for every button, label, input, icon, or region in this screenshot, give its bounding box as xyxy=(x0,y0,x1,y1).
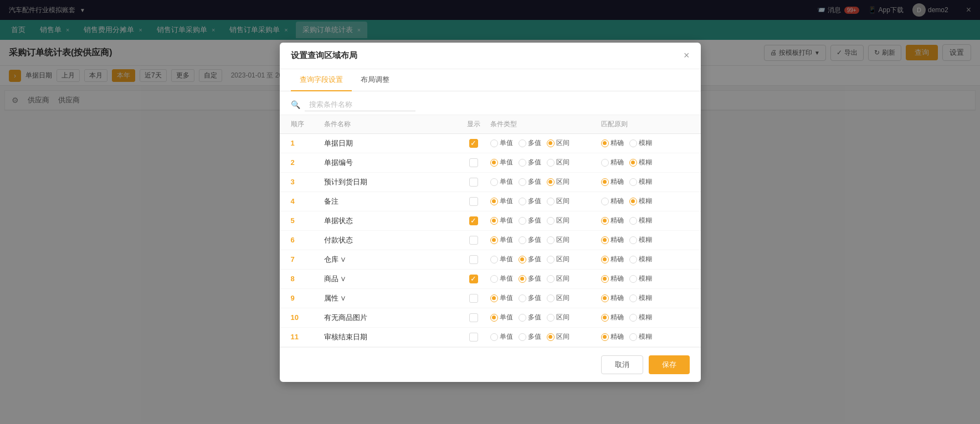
condition-type-1: 单值多值区间 xyxy=(490,138,601,148)
type-option-单值[interactable]: 单值 xyxy=(490,274,513,283)
match-option-模糊[interactable]: 模糊 xyxy=(629,332,652,342)
condition-match-5: 精确模糊 xyxy=(601,216,690,225)
type-option-多值[interactable]: 多值 xyxy=(519,313,541,322)
type-option-单值[interactable]: 单值 xyxy=(490,158,513,167)
type-option-多值[interactable]: 多值 xyxy=(519,255,541,264)
checkbox-display-10[interactable] xyxy=(469,313,478,322)
condition-display-10[interactable] xyxy=(457,313,490,322)
type-option-区间[interactable]: 区间 xyxy=(547,235,569,245)
type-option-区间[interactable]: 区间 xyxy=(547,177,569,187)
condition-order-5: 5 xyxy=(291,216,324,225)
checkbox-display-4[interactable] xyxy=(469,197,478,206)
condition-display-3[interactable] xyxy=(457,178,490,187)
condition-display-8[interactable]: ✓ xyxy=(457,275,490,283)
type-option-多值[interactable]: 多值 xyxy=(519,138,541,148)
dialog-tab-layout[interactable]: 布局调整 xyxy=(352,69,398,91)
match-option-精确[interactable]: 精确 xyxy=(601,313,624,322)
match-option-模糊[interactable]: 模糊 xyxy=(629,216,652,225)
condition-display-11[interactable] xyxy=(457,333,490,342)
dialog-close-button[interactable]: × xyxy=(684,50,690,60)
checkbox-display-5[interactable]: ✓ xyxy=(469,216,478,225)
checkbox-display-9[interactable] xyxy=(469,294,478,303)
type-option-区间[interactable]: 区间 xyxy=(547,158,569,167)
match-option-模糊[interactable]: 模糊 xyxy=(629,293,652,303)
condition-display-7[interactable] xyxy=(457,255,490,264)
type-option-多值[interactable]: 多值 xyxy=(519,235,541,245)
save-button[interactable]: 保存 xyxy=(649,355,690,374)
dialog-search-area: 🔍 xyxy=(280,91,701,115)
type-option-单值[interactable]: 单值 xyxy=(490,216,513,225)
match-option-精确[interactable]: 精确 xyxy=(601,274,624,283)
match-option-精确[interactable]: 精确 xyxy=(601,158,624,167)
condition-name-3: 预计到货日期 xyxy=(324,177,457,187)
checkbox-display-2[interactable] xyxy=(469,158,478,167)
condition-match-2: 精确模糊 xyxy=(601,158,690,167)
checkbox-display-3[interactable] xyxy=(469,178,478,187)
type-option-区间[interactable]: 区间 xyxy=(547,138,569,148)
cancel-button[interactable]: 取消 xyxy=(601,355,643,374)
match-option-模糊[interactable]: 模糊 xyxy=(629,255,652,264)
match-option-精确[interactable]: 精确 xyxy=(601,177,624,187)
search-input[interactable] xyxy=(305,98,415,111)
type-option-多值[interactable]: 多值 xyxy=(519,158,541,167)
type-option-区间[interactable]: 区间 xyxy=(547,274,569,283)
checkbox-display-11[interactable] xyxy=(469,333,478,342)
condition-display-1[interactable]: ✓ xyxy=(457,139,490,148)
type-option-单值[interactable]: 单值 xyxy=(490,235,513,245)
type-option-区间[interactable]: 区间 xyxy=(547,216,569,225)
match-option-精确[interactable]: 精确 xyxy=(601,197,624,206)
checkbox-display-1[interactable]: ✓ xyxy=(469,139,478,148)
match-option-模糊[interactable]: 模糊 xyxy=(629,177,652,187)
radio-circle-type-多值 xyxy=(519,198,526,205)
type-option-区间[interactable]: 区间 xyxy=(547,197,569,206)
type-option-单值[interactable]: 单值 xyxy=(490,197,513,206)
match-option-精确[interactable]: 精确 xyxy=(601,138,624,148)
type-option-单值[interactable]: 单值 xyxy=(490,255,513,264)
condition-match-3: 精确模糊 xyxy=(601,177,690,187)
match-option-模糊[interactable]: 模糊 xyxy=(629,235,652,245)
match-option-模糊[interactable]: 模糊 xyxy=(629,197,652,206)
match-option-模糊[interactable]: 模糊 xyxy=(629,158,652,167)
radio-circle-type-区间 xyxy=(547,275,555,283)
match-option-精确[interactable]: 精确 xyxy=(601,216,624,225)
condition-display-2[interactable] xyxy=(457,158,490,167)
type-option-单值[interactable]: 单值 xyxy=(490,177,513,187)
type-option-单值[interactable]: 单值 xyxy=(490,313,513,322)
type-option-多值[interactable]: 多值 xyxy=(519,274,541,283)
match-option-精确[interactable]: 精确 xyxy=(601,332,624,342)
match-option-模糊[interactable]: 模糊 xyxy=(629,313,652,322)
radio-circle-type-多值 xyxy=(519,333,526,341)
type-option-单值[interactable]: 单值 xyxy=(490,332,513,342)
condition-display-9[interactable] xyxy=(457,294,490,303)
type-option-区间[interactable]: 区间 xyxy=(547,313,569,322)
type-option-多值[interactable]: 多值 xyxy=(519,197,541,206)
type-option-多值[interactable]: 多值 xyxy=(519,177,541,187)
condition-display-6[interactable] xyxy=(457,236,490,245)
type-option-多值[interactable]: 多值 xyxy=(519,216,541,225)
type-option-多值[interactable]: 多值 xyxy=(519,332,541,342)
dialog-tab-query-fields[interactable]: 查询字段设置 xyxy=(291,69,352,91)
condition-type-6: 单值多值区间 xyxy=(490,235,601,245)
radio-circle-type-区间 xyxy=(547,314,555,322)
type-option-单值[interactable]: 单值 xyxy=(490,293,513,303)
match-option-精确[interactable]: 精确 xyxy=(601,255,624,264)
checkbox-display-6[interactable] xyxy=(469,236,478,245)
type-option-单值[interactable]: 单值 xyxy=(490,138,513,148)
type-option-区间[interactable]: 区间 xyxy=(547,332,569,342)
type-option-多值[interactable]: 多值 xyxy=(519,293,541,303)
condition-row: 4备注单值多值区间精确模糊 xyxy=(280,192,701,211)
match-option-精确[interactable]: 精确 xyxy=(601,293,624,303)
match-option-精确[interactable]: 精确 xyxy=(601,235,624,245)
type-option-区间[interactable]: 区间 xyxy=(547,293,569,303)
condition-row: 9属性 ∨单值多值区间精确模糊 xyxy=(280,289,701,308)
match-option-模糊[interactable]: 模糊 xyxy=(629,138,652,148)
condition-type-2: 单值多值区间 xyxy=(490,158,601,167)
match-option-模糊[interactable]: 模糊 xyxy=(629,274,652,283)
checkbox-display-8[interactable]: ✓ xyxy=(469,275,478,283)
dialog-header: 设置查询区域布局 × xyxy=(280,43,701,69)
type-option-区间[interactable]: 区间 xyxy=(547,255,569,264)
condition-name-8: 商品 ∨ xyxy=(324,274,457,284)
condition-display-5[interactable]: ✓ xyxy=(457,216,490,225)
checkbox-display-7[interactable] xyxy=(469,255,478,264)
condition-display-4[interactable] xyxy=(457,197,490,206)
